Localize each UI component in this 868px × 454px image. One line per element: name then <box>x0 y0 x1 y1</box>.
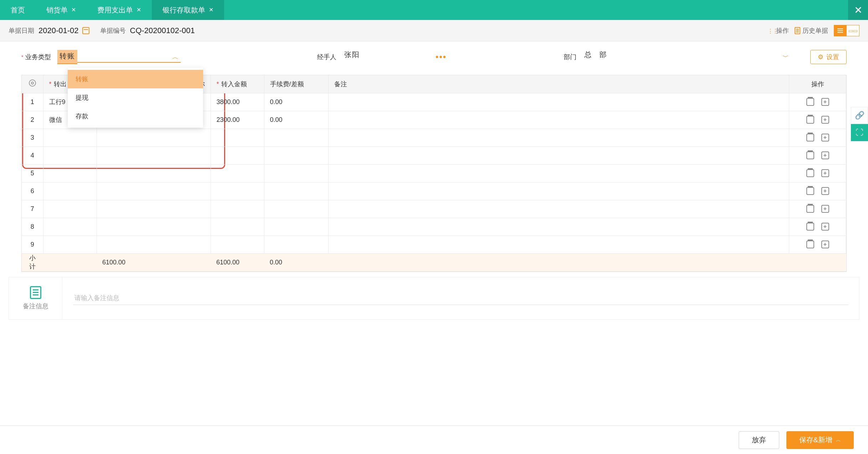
biz-type-dropdown: 转账 提现 存款 <box>68 68 203 128</box>
remarks-label: 备注信息 <box>23 302 48 310</box>
ops-label: 操作 <box>776 26 789 35</box>
tab-expense-label: 费用支出单 <box>97 5 133 15</box>
chevron-down-icon[interactable]: ﹀ <box>782 53 789 61</box>
subtotal-row: 小计 6100.00 6100.00 0.00 <box>22 253 846 271</box>
row-number: 2 <box>22 111 43 129</box>
date-value[interactable]: 2020-01-02 <box>38 26 79 35</box>
tab-home[interactable]: 首页 <box>0 0 36 20</box>
form-icon: ▭▭ <box>848 28 858 33</box>
row-number: 1 <box>22 93 43 111</box>
tab-bank[interactable]: 银行存取款单 ✕ <box>152 0 224 20</box>
more-icon[interactable]: ••• <box>435 52 446 62</box>
cell-remark[interactable] <box>328 111 789 129</box>
delete-icon[interactable] <box>806 241 814 248</box>
settings-label: 设置 <box>826 53 839 61</box>
dropdown-option-withdraw[interactable]: 提现 <box>68 88 203 107</box>
grid-icon <box>768 27 774 34</box>
chevron-up-icon: ︿ <box>836 437 841 443</box>
copy-icon[interactable] <box>821 223 829 231</box>
tab-expense[interactable]: 费用支出单 ✕ <box>87 0 152 20</box>
close-all-button[interactable]: ✕ <box>848 0 868 20</box>
table-row[interactable]: 3 <box>22 129 846 146</box>
table-row[interactable]: 5 <box>22 164 846 182</box>
calendar-icon[interactable] <box>82 27 89 34</box>
gear-icon: ⚙ <box>818 53 823 61</box>
subtotal-fee: 0.00 <box>264 253 328 271</box>
handler-input[interactable]: 张阳 <box>343 50 450 64</box>
table-row[interactable]: 7 <box>22 200 846 218</box>
save-label: 保存&新增 <box>799 435 832 445</box>
cell-in-amt[interactable]: 3800.00 <box>211 93 264 111</box>
delete-icon[interactable] <box>806 98 814 106</box>
ops-button[interactable]: 操作 <box>768 26 789 35</box>
column-remark: 备注 <box>328 75 789 93</box>
column-settings[interactable] <box>22 75 43 93</box>
dropdown-option-deposit[interactable]: 存款 <box>68 107 203 125</box>
delete-icon[interactable] <box>806 187 814 195</box>
view-toggle: ▭▭ <box>834 25 859 36</box>
required-marker: * <box>21 54 23 60</box>
subtotal-label: 小计 <box>22 253 43 271</box>
tab-home-label: 首页 <box>11 5 25 15</box>
table-row[interactable]: 8 <box>22 218 846 236</box>
close-icon[interactable]: ✕ <box>136 7 141 13</box>
copy-icon[interactable] <box>821 241 829 248</box>
dept-label: 部门 <box>564 53 577 61</box>
delete-icon[interactable] <box>806 205 814 213</box>
settings-button[interactable]: ⚙ 设置 <box>810 50 847 64</box>
list-icon <box>837 29 843 33</box>
tab-sales[interactable]: 销货单 ✕ <box>36 0 87 20</box>
footer-bar: 放弃 保存&新增 ︿ <box>0 425 868 454</box>
copy-icon[interactable] <box>821 169 829 177</box>
column-fee: 手续费/差额 <box>264 75 328 93</box>
attachment-button[interactable]: 🔗 <box>851 107 868 124</box>
top-tab-bar: 首页 销货单 ✕ 费用支出单 ✕ 银行存取款单 ✕ ✕ <box>0 0 868 20</box>
side-tools: 🔗 ⛶ <box>851 107 868 141</box>
link-icon: 🔗 <box>855 111 864 120</box>
form-area: * 业务类型 转账 ︿ 经手人 张阳 ••• 部门 总 部 ﹀ ⚙ 设置 转账 … <box>0 41 868 68</box>
dropdown-option-transfer[interactable]: 转账 <box>68 70 203 88</box>
tab-bank-label: 银行存取款单 <box>162 5 205 15</box>
delete-icon[interactable] <box>806 151 814 159</box>
table-row[interactable]: 4 <box>22 146 846 164</box>
copy-icon[interactable] <box>821 151 829 159</box>
copy-icon[interactable] <box>821 116 829 124</box>
history-button[interactable]: 历史单据 <box>795 26 828 35</box>
view-form-button[interactable]: ▭▭ <box>847 25 859 36</box>
table-row[interactable]: 6 <box>22 182 846 200</box>
remarks-section: 备注信息 <box>9 277 859 320</box>
cell-in-amt[interactable]: 2300.00 <box>211 111 264 129</box>
expand-icon: ⛶ <box>856 128 863 137</box>
chevron-up-icon[interactable]: ︿ <box>172 53 179 61</box>
copy-icon[interactable] <box>821 134 829 141</box>
cell-remark[interactable] <box>328 93 789 111</box>
copy-icon[interactable] <box>821 187 829 195</box>
fullscreen-button[interactable]: ⛶ <box>851 124 868 141</box>
copy-icon[interactable] <box>821 98 829 106</box>
doc-no-label: 单据编号 <box>100 26 126 35</box>
discard-button[interactable]: 放弃 <box>739 431 779 449</box>
dept-input[interactable]: 总 部 <box>583 50 683 64</box>
close-icon[interactable]: ✕ <box>71 7 76 13</box>
delete-icon[interactable] <box>806 134 814 141</box>
cell-fee[interactable]: 0.00 <box>264 111 328 129</box>
delete-icon[interactable] <box>806 116 814 124</box>
cell-fee[interactable]: 0.00 <box>264 93 328 111</box>
table-row[interactable]: 9 <box>22 236 846 253</box>
column-ops: 操作 <box>789 75 846 93</box>
biz-type-input[interactable]: 转账 <box>57 50 77 64</box>
view-list-button[interactable] <box>834 25 847 36</box>
gear-icon <box>29 79 36 87</box>
doc-icon <box>795 27 800 34</box>
delete-icon[interactable] <box>806 169 814 177</box>
tab-sales-label: 销货单 <box>46 5 68 15</box>
close-icon[interactable]: ✕ <box>209 7 213 13</box>
save-new-button[interactable]: 保存&新增 ︿ <box>786 431 854 449</box>
remarks-input[interactable] <box>73 292 848 305</box>
remarks-label-block: 备注信息 <box>9 277 62 319</box>
history-label: 历史单据 <box>802 26 828 35</box>
date-label: 单据日期 <box>9 26 34 35</box>
delete-icon[interactable] <box>806 223 814 231</box>
copy-icon[interactable] <box>821 205 829 213</box>
document-header: 单据日期 2020-01-02 单据编号 CQ-20200102-001 操作 … <box>0 20 868 41</box>
